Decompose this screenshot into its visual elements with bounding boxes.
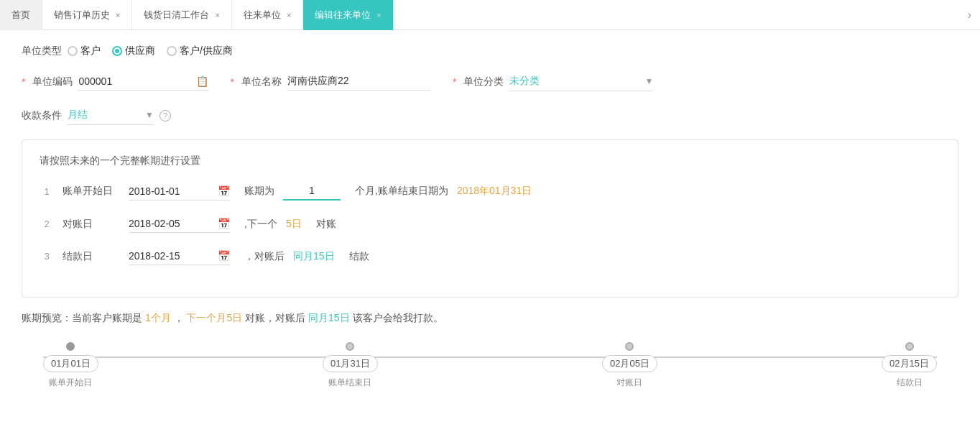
- period-box-title: 请按照未来的一个完整帐期进行设置: [40, 155, 940, 167]
- timeline-section: 01月01日 账单开始日 01月31日 账单结束日 02月05日 对账日 02月…: [22, 342, 958, 389]
- unit-name-star: *: [230, 76, 234, 88]
- preview-prefix: 账期预览：当前客户账期是: [22, 312, 142, 323]
- period-desc-2a: ,下一个: [244, 218, 277, 231]
- timeline-label-1: 01月01日: [43, 355, 98, 372]
- unit-code-picker-icon[interactable]: 📋: [196, 75, 208, 87]
- timeline-label-4: 02月15日: [882, 355, 937, 372]
- unit-name-label: 单位名称: [241, 75, 282, 88]
- tabs-bar: 首页 销售订单历史 × 钱货日清工作台 × 往来单位 × 编辑往来单位 × ›: [0, 0, 980, 30]
- unit-type-row: 单位类型 客户 供应商 客户/供应商: [22, 45, 958, 58]
- unit-code-group: * 单位编码 📋: [22, 73, 208, 91]
- payment-terms-arrow-icon: ▼: [145, 110, 154, 120]
- timeline-label-2: 01月31日: [323, 355, 378, 372]
- timeline-dot-3: [625, 342, 634, 351]
- tab-cash-goods[interactable]: 钱货日清工作台 ×: [132, 0, 231, 30]
- period-date-3-input[interactable]: [129, 247, 215, 264]
- unit-category-value: 未分类: [509, 75, 642, 88]
- period-date-2-calendar-icon[interactable]: 📅: [218, 218, 230, 229]
- period-date-2-input[interactable]: [129, 215, 215, 232]
- timeline-sublabel-3: 对账日: [616, 377, 642, 389]
- timeline-sublabel-2: 账单结束日: [328, 377, 371, 389]
- unit-category-dropdown[interactable]: 未分类 ▼: [509, 72, 653, 91]
- radio-customer-label: 客户: [80, 45, 101, 58]
- period-num-3: 3: [40, 251, 54, 262]
- timeline-label-3: 02月05日: [602, 355, 657, 372]
- preview-suffix: 该客户会给我打款。: [353, 312, 443, 323]
- radio-group: 客户 供应商 客户/供应商: [68, 45, 233, 58]
- period-num-1: 1: [40, 186, 54, 197]
- period-desc-3b: 结款: [349, 250, 369, 263]
- timeline-dot-1: [66, 342, 75, 351]
- unit-type-group: 单位类型 客户 供应商 客户/供应商: [22, 45, 233, 58]
- payment-terms-row: 收款条件 月结 ▼ ?: [22, 106, 958, 125]
- tabs-arrow[interactable]: ›: [959, 9, 980, 22]
- radio-supplier-label: 供应商: [125, 45, 155, 58]
- unit-type-label: 单位类型: [22, 45, 62, 58]
- period-desc-1a: 账期为: [244, 185, 274, 198]
- preview-sep1: ，: [174, 312, 184, 323]
- preview-sep2: 对账，对账后: [245, 312, 308, 323]
- payment-terms-value: 月结: [68, 109, 142, 121]
- tab-cash-goods-close[interactable]: ×: [215, 11, 219, 19]
- payment-terms-help-icon[interactable]: ?: [160, 110, 171, 121]
- radio-supplier[interactable]: 供应商: [112, 45, 155, 58]
- unit-code-label: 单位编码: [32, 75, 73, 88]
- period-reconcile-day-highlight: 5日: [286, 218, 302, 231]
- period-date-1-input[interactable]: [129, 183, 215, 200]
- payment-terms-label: 收款条件: [22, 109, 62, 122]
- unit-category-label: 单位分类: [463, 75, 504, 88]
- radio-supplier-circle: [112, 46, 122, 56]
- timeline-point-3: 02月05日 对账日: [602, 342, 657, 389]
- timeline-sublabel-4: 结款日: [897, 377, 923, 389]
- preview-section: 账期预览：当前客户账期是 1个月 ， 下一个月5日 对账，对账后 同月15日 该…: [22, 312, 958, 325]
- radio-customer[interactable]: 客户: [68, 45, 101, 58]
- period-row-1: 1 账单开始日 📅 账期为 个月,账单结束日期为 2018年01月31日: [40, 182, 940, 201]
- period-setting-box: 请按照未来的一个完整帐期进行设置 1 账单开始日 📅 账期为 个月,账单结束日期…: [22, 139, 958, 298]
- unit-name-group: * 单位名称: [230, 73, 430, 91]
- period-date-1-calendar-icon[interactable]: 📅: [218, 185, 230, 197]
- preview-months: 1个月: [145, 312, 171, 323]
- radio-both-label: 客户/供应商: [180, 45, 233, 58]
- payment-terms-group: 收款条件 月结 ▼ ?: [22, 106, 171, 125]
- tab-sales-order-history-label: 销售订单历史: [54, 9, 110, 22]
- preview-reconcile: 下一个月5日: [186, 312, 242, 323]
- timeline-point-1: 01月01日 账单开始日: [43, 342, 98, 389]
- unit-code-input[interactable]: [78, 73, 193, 90]
- tab-sales-order-history[interactable]: 销售订单历史 ×: [42, 0, 132, 30]
- tab-edit-partner-close[interactable]: ×: [376, 11, 381, 19]
- unit-category-group: * 单位分类 未分类 ▼: [453, 72, 653, 91]
- period-end-date-highlight: 2018年01月31日: [457, 185, 532, 198]
- radio-both[interactable]: 客户/供应商: [167, 45, 233, 58]
- tab-cash-goods-label: 钱货日清工作台: [144, 9, 209, 22]
- timeline-sublabel-1: 账单开始日: [49, 377, 92, 389]
- tab-edit-partner[interactable]: 编辑往来单位 ×: [303, 0, 393, 30]
- period-desc-3a: ，对账后: [244, 250, 285, 263]
- tab-home[interactable]: 首页: [0, 0, 42, 30]
- unit-category-star: *: [453, 76, 456, 88]
- period-desc-2b: 对账: [316, 218, 336, 231]
- timeline-dot-4: [905, 342, 914, 351]
- payment-terms-dropdown[interactable]: 月结 ▼: [68, 106, 154, 125]
- period-date-3-wrap: 📅: [129, 247, 230, 265]
- radio-both-circle: [167, 46, 177, 56]
- period-months-input[interactable]: [283, 182, 341, 201]
- timeline-point-4: 02月15日 结款日: [882, 342, 937, 389]
- timeline-dot-2: [346, 342, 354, 351]
- tab-edit-partner-label: 编辑往来单位: [315, 9, 371, 22]
- tab-partner-unit[interactable]: 往来单位 ×: [232, 0, 303, 30]
- unit-code-input-wrap: 📋: [78, 73, 208, 91]
- timeline-point-2: 01月31日 账单结束日: [323, 342, 378, 389]
- tab-sales-order-history-close[interactable]: ×: [116, 11, 120, 19]
- period-date-3-calendar-icon[interactable]: 📅: [218, 250, 230, 262]
- unit-code-star: *: [22, 76, 25, 88]
- period-label-1: 账单开始日: [63, 185, 120, 198]
- period-num-2: 2: [40, 218, 54, 229]
- unit-info-row: * 单位编码 📋 * 单位名称 * 单位分类 未分类 ▼: [22, 72, 958, 91]
- tab-partner-unit-close[interactable]: ×: [287, 11, 291, 19]
- period-date-2-wrap: 📅: [129, 215, 230, 233]
- unit-name-input[interactable]: [287, 73, 431, 91]
- timeline-points: 01月01日 账单开始日 01月31日 账单结束日 02月05日 对账日 02月…: [43, 342, 937, 389]
- period-date-1-wrap: 📅: [129, 183, 230, 201]
- period-desc-1b: 个月,账单结束日期为: [355, 185, 448, 198]
- tab-partner-unit-label: 往来单位: [244, 9, 281, 22]
